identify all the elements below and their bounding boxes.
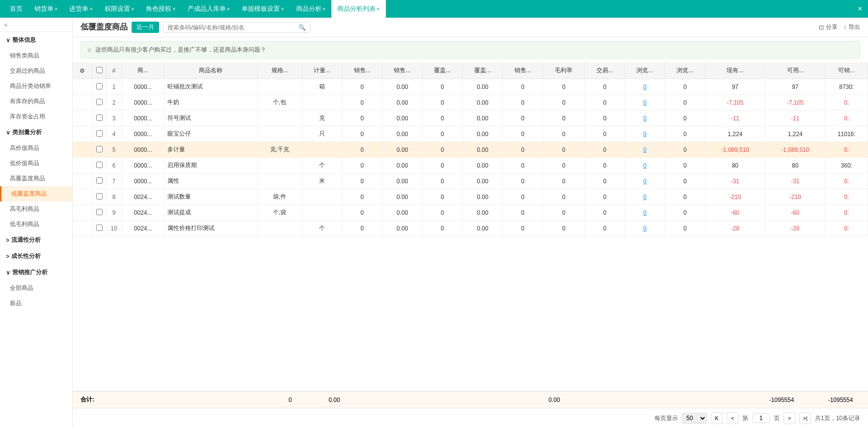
- sidebar-item-high-value[interactable]: 高价值商品: [0, 141, 72, 156]
- row-checkbox[interactable]: [92, 158, 106, 173]
- row-browse1[interactable]: 0: [625, 111, 665, 126]
- row-checkbox[interactable]: [92, 95, 106, 111]
- nav-sales-close[interactable]: ×: [54, 6, 57, 12]
- export-button[interactable]: ↑ 导出: [843, 23, 860, 31]
- sidebar-item-all-goods[interactable]: 全部商品: [0, 281, 72, 296]
- nav-role[interactable]: 角色授权 ×: [140, 0, 181, 18]
- period-button[interactable]: 近一月: [132, 22, 159, 33]
- sidebar-item-new-goods[interactable]: 新品: [0, 296, 72, 311]
- row-sales2: 0.00: [382, 173, 423, 189]
- row-checkbox[interactable]: [92, 79, 106, 95]
- nav-purchase-close[interactable]: ×: [89, 6, 92, 12]
- nav-analysis-list[interactable]: 商品分析列表 ×: [331, 0, 385, 18]
- row-browse1[interactable]: 0: [625, 95, 665, 111]
- sidebar-item-low-value[interactable]: 低价值商品: [0, 156, 72, 171]
- nav-purchase[interactable]: 进货单 ×: [63, 0, 98, 18]
- th-sales1: 销售...: [342, 62, 382, 79]
- nav-permission[interactable]: 权限设置 ×: [99, 0, 140, 18]
- row-sales1: 0: [342, 158, 382, 173]
- page-number-input[interactable]: [752, 413, 770, 423]
- sidebar: « ∨ 整体信息 销售类商品 交易过的商品 商品分类动销率 有库存的商品 库存资…: [0, 18, 73, 428]
- row-trade: 0: [585, 173, 625, 189]
- row-browse1[interactable]: 0: [625, 221, 665, 236]
- prev-page-btn[interactable]: <: [727, 412, 738, 424]
- row-settings: [73, 142, 92, 158]
- row-unit: [302, 205, 342, 221]
- sidebar-item-high-profit[interactable]: 高毛利商品: [0, 201, 72, 217]
- row-checkbox[interactable]: [92, 189, 106, 205]
- row-stock: 80: [705, 158, 765, 173]
- row-checkbox[interactable]: [92, 173, 106, 189]
- nav-analysis-list-close[interactable]: ×: [377, 6, 380, 12]
- row-browse1[interactable]: 0: [625, 173, 665, 189]
- row-browse1[interactable]: 0: [625, 205, 665, 221]
- search-input[interactable]: [167, 24, 297, 31]
- total-cover2: 0.00: [542, 397, 567, 403]
- page-title: 低覆盖度商品: [81, 22, 128, 32]
- row-checkbox[interactable]: [92, 221, 106, 236]
- sidebar-item-high-coverage[interactable]: 高覆盖度商品: [0, 171, 72, 186]
- nav-product-analysis[interactable]: 商品分析 ×: [290, 0, 331, 18]
- row-usable: -28: [765, 221, 825, 236]
- row-browse1[interactable]: 0: [625, 189, 665, 205]
- row-browse1[interactable]: 0: [625, 126, 665, 142]
- share-button[interactable]: ⊡ 分享: [819, 23, 838, 31]
- row-spec: [257, 79, 302, 95]
- sidebar-section-marketing[interactable]: ∨ 营销推广分析: [0, 264, 72, 281]
- sidebar-section-overview[interactable]: ∨ 整体信息: [0, 32, 72, 48]
- sidebar-item-sales-goods[interactable]: 销售类商品: [0, 48, 72, 63]
- nav-product-in-close[interactable]: ×: [227, 6, 230, 12]
- sidebar-item-low-coverage[interactable]: 低覆盖度商品: [0, 186, 72, 201]
- sidebar-section-growth[interactable]: > 成长性分析: [0, 248, 72, 264]
- nav-product-in[interactable]: 产成品入库单 ×: [182, 0, 236, 18]
- row-spec: [257, 173, 302, 189]
- row-browse2: 0: [665, 111, 705, 126]
- search-icon[interactable]: 🔍: [298, 24, 306, 31]
- table-container[interactable]: ⚙ # 商... 商品名称 规格... 计量... 销售... 销售... 覆盖…: [73, 62, 868, 391]
- th-settings[interactable]: ⚙: [73, 62, 92, 79]
- sidebar-item-stock-fund[interactable]: 库存资金占用: [0, 109, 72, 124]
- nav-sales[interactable]: 销货单 ×: [28, 0, 63, 18]
- th-checkbox[interactable]: [92, 62, 106, 79]
- per-page-select[interactable]: 50 100 200: [682, 413, 707, 424]
- row-sales1: 0: [342, 111, 382, 126]
- row-cover2: 0.00: [462, 158, 503, 173]
- select-all-checkbox[interactable]: [96, 67, 103, 73]
- nav-template[interactable]: 单据模板设置 ×: [236, 0, 290, 18]
- row-checkbox[interactable]: [92, 111, 106, 126]
- window-close-btn[interactable]: ×: [858, 4, 862, 13]
- nav-role-close[interactable]: ×: [172, 6, 175, 12]
- row-cover2: 0.00: [462, 189, 503, 205]
- nav-permission-close[interactable]: ×: [131, 6, 134, 12]
- row-checkbox[interactable]: [92, 205, 106, 221]
- row-sales3: 0: [503, 95, 543, 111]
- row-browse1[interactable]: 0: [625, 158, 665, 173]
- first-page-btn[interactable]: K: [711, 412, 723, 424]
- total-sales1: 0: [278, 397, 302, 403]
- row-trade: 0: [585, 111, 625, 126]
- row-checkbox[interactable]: [92, 142, 106, 158]
- row-trade: 0: [585, 205, 625, 221]
- row-name: 眼宝公仔: [164, 126, 257, 142]
- last-page-btn[interactable]: >|: [799, 412, 811, 424]
- content-area: 低覆盖度商品 近一月 🔍 ⊡ 分享 ↑ 导出 ☆ 这些商品只有很少客户购买过，是…: [73, 18, 868, 428]
- sidebar-section-category[interactable]: ∨ 类别量分析: [0, 124, 72, 141]
- row-browse1[interactable]: 0: [625, 142, 665, 158]
- nav-home[interactable]: 首页: [4, 0, 28, 18]
- row-browse1[interactable]: 0: [625, 79, 665, 95]
- nav-template-close[interactable]: ×: [281, 6, 284, 12]
- sidebar-section-circulation[interactable]: > 流通性分析: [0, 232, 72, 248]
- nav-product-analysis-close[interactable]: ×: [323, 6, 326, 12]
- main-layout: « ∨ 整体信息 销售类商品 交易过的商品 商品分类动销率 有库存的商品 库存资…: [0, 18, 868, 428]
- sidebar-collapse-btn[interactable]: «: [4, 21, 8, 29]
- row-num: 2: [106, 95, 122, 111]
- sidebar-item-traded-goods[interactable]: 交易过的商品: [0, 63, 72, 79]
- next-page-btn[interactable]: >: [784, 412, 795, 424]
- sidebar-item-low-profit[interactable]: 低毛利商品: [0, 217, 72, 232]
- sidebar-item-category-rate[interactable]: 商品分类动销率: [0, 79, 72, 94]
- row-trade: 0: [585, 158, 625, 173]
- settings-icon[interactable]: ⚙: [80, 67, 85, 74]
- sidebar-item-in-stock[interactable]: 有库存的商品: [0, 94, 72, 109]
- row-checkbox[interactable]: [92, 126, 106, 142]
- table-row: 1 0000... 旺铺批次测试 箱 0 0.00 0 0.00 0 0 0 0…: [73, 79, 868, 95]
